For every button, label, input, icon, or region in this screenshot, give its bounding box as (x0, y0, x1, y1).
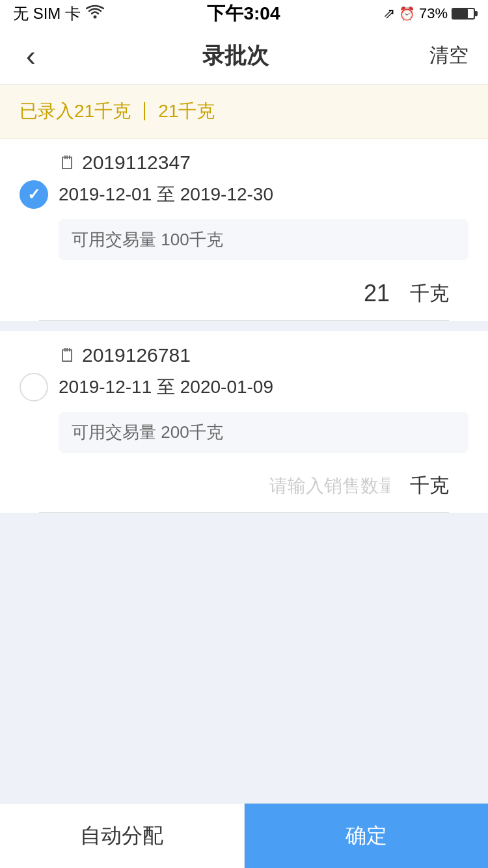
batch-2-unit: 千克 (410, 472, 449, 499)
no-sim-text: 无 SIM 卡 (13, 3, 81, 24)
batch-2-date-range: 2019-12-11 至 2020-01-09 (59, 375, 273, 400)
batch-1-radio[interactable] (20, 180, 48, 209)
summary-divider (144, 102, 145, 120)
battery-icon (452, 8, 475, 20)
empty-area (0, 513, 488, 803)
batch-item-2: 🗒 2019126781 2019-12-11 至 2020-01-09 可用交… (0, 331, 488, 513)
page-title: 录批次 (202, 41, 269, 71)
batch-1-qty-input[interactable] (321, 280, 400, 307)
batch-1-id: 2019112347 (82, 152, 191, 174)
batch-1-header: 🗒 2019112347 (59, 152, 468, 174)
batch-1-row: 2019-12-01 至 2019-12-30 (20, 180, 468, 209)
batch-2-radio[interactable] (20, 373, 48, 401)
batch-1-unit: 千克 (410, 280, 449, 307)
batch-2-qty-input[interactable] (269, 476, 400, 496)
recorded-label: 已录入21千克 (20, 99, 131, 124)
batch-1-date-range: 2019-12-01 至 2019-12-30 (59, 182, 273, 207)
status-bar: 无 SIM 卡 下午3:04 ⇗ ⏰ 73% (0, 0, 488, 27)
status-time: 下午3:04 (207, 1, 280, 26)
wifi-icon (86, 5, 104, 23)
summary-banner: 已录入21千克 21千克 (0, 85, 488, 139)
confirm-button[interactable]: 确定 (245, 804, 489, 868)
svg-point-0 (94, 16, 97, 19)
status-left: 无 SIM 卡 (13, 3, 104, 24)
nav-bar: ‹ 录批次 清空 (0, 27, 488, 85)
clear-button[interactable]: 清空 (429, 42, 468, 69)
batch-1-qty-row: 千克 (20, 273, 468, 320)
auto-distribute-button[interactable]: 自动分配 (0, 804, 245, 868)
bottom-bar: 自动分配 确定 (0, 803, 488, 868)
location-icon: ⇗ (383, 5, 395, 22)
batch-1-available: 可用交易量 100千克 (59, 219, 468, 260)
back-button[interactable]: ‹ (20, 33, 42, 79)
battery-percent: 73% (419, 5, 448, 22)
status-right: ⇗ ⏰ 73% (383, 5, 475, 22)
batch-2-qty-row: 千克 (20, 466, 468, 512)
batch-item-1: 🗒 2019112347 2019-12-01 至 2019-12-30 可用交… (0, 139, 488, 321)
doc-icon-1: 🗒 (59, 152, 77, 174)
batch-2-header: 🗒 2019126781 (59, 344, 468, 366)
batch-2-row: 2019-12-11 至 2020-01-09 (20, 373, 468, 401)
section-divider (0, 321, 488, 331)
recorded-value: 21千克 (158, 99, 215, 124)
batch-2-available: 可用交易量 200千克 (59, 412, 468, 453)
doc-icon-2: 🗒 (59, 345, 77, 366)
alarm-icon: ⏰ (399, 6, 415, 21)
batch-2-id: 2019126781 (82, 344, 191, 366)
